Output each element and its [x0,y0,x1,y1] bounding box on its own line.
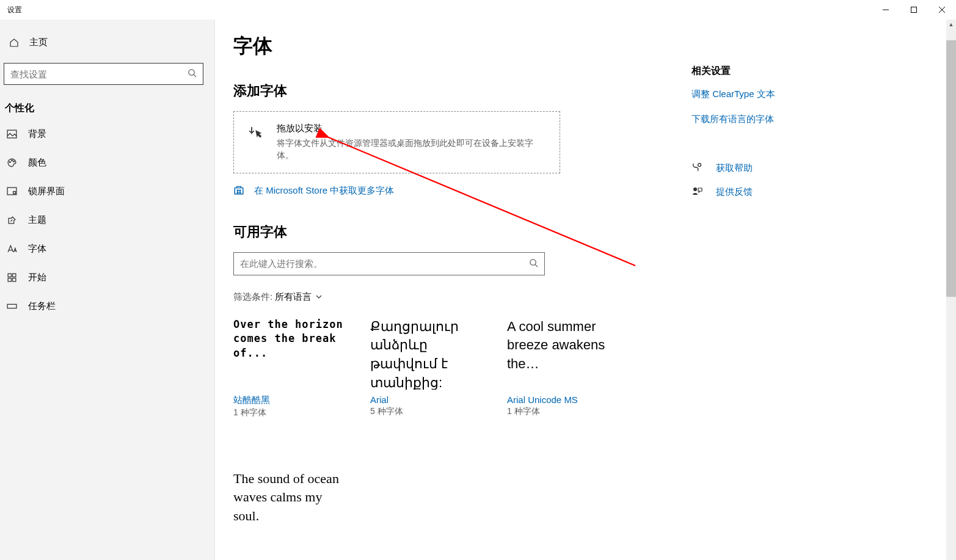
sidebar-item-fonts[interactable]: 字体 [0,235,214,263]
svg-rect-19 [239,189,241,191]
window-title: 设置 [7,5,22,15]
font-sample: The sound of ocean waves calms my soul. [233,470,343,542]
filter-value: 所有语言 [275,291,312,303]
search-icon [188,68,197,79]
sidebar-item-label: 锁屏界面 [28,186,65,197]
titlebar: 设置 [0,0,956,20]
svg-point-22 [530,259,536,264]
font-card[interactable]: A cool summer breeze awakens the… Arial … [507,318,617,418]
sidebar-item-label: 背景 [28,128,46,140]
sidebar: 主页 个性化 背景 颜色 锁屏界面 主题 [0,20,215,560]
main-content: 字体 添加字体 拖放以安装 将字体文件从文件资源管理器或桌面拖放到此处即可在设备… [233,33,685,560]
font-meta: 1 种字体 [507,406,617,417]
palette-icon [5,158,18,168]
scroll-up-icon[interactable]: ▲ [946,20,956,29]
close-button[interactable] [928,0,956,20]
taskbar-icon [5,301,18,311]
available-fonts-heading: 可用字体 [233,223,685,241]
theme-icon [5,215,18,225]
sidebar-item-label: 任务栏 [28,300,56,312]
svg-rect-17 [7,304,16,308]
font-name: Arial Unicode MS [507,395,617,405]
font-meta: 1 种字体 [233,407,343,418]
chevron-down-icon [315,292,323,302]
svg-rect-11 [13,192,15,194]
svg-point-24 [698,164,701,167]
sidebar-item-taskbar[interactable]: 任务栏 [0,292,214,321]
svg-rect-20 [237,191,239,193]
svg-line-5 [194,75,196,77]
get-help-link[interactable]: 获取帮助 [691,162,893,175]
svg-rect-18 [237,189,239,191]
drop-description: 将字体文件从文件资源管理器或桌面拖放到此处即可在设备上安装字体。 [277,137,547,162]
home-button[interactable]: 主页 [0,31,214,54]
filter-dropdown[interactable]: 筛选条件: 所有语言 [233,291,685,303]
feedback-link[interactable]: 提供反馈 [691,186,893,198]
page-title: 字体 [233,33,685,60]
scrollbar[interactable]: ▲ [946,20,956,560]
svg-point-25 [693,187,697,191]
lockscreen-icon [5,186,18,197]
window-controls [872,0,956,20]
minimize-button[interactable] [872,0,900,20]
related-settings-heading: 相关设置 [691,65,893,78]
font-grid: Over the horizon comes the break of... 站… [233,318,685,547]
svg-point-4 [189,70,194,75]
svg-rect-14 [12,274,15,277]
font-icon [5,244,18,254]
font-sample: A cool summer breeze awakens the… [507,318,617,390]
add-fonts-heading: 添加字体 [233,82,685,100]
svg-line-23 [535,264,538,267]
svg-point-9 [13,161,14,162]
search-icon [529,258,538,269]
scrollbar-thumb[interactable] [946,40,956,297]
search-box[interactable] [4,63,203,85]
font-search-box[interactable] [233,252,545,275]
svg-rect-21 [239,191,241,193]
sidebar-item-background[interactable]: 背景 [0,120,214,148]
aside: 相关设置 调整 ClearType 文本 下载所有语言的字体 获取帮助 提供反馈 [685,33,893,560]
search-input[interactable] [10,69,188,79]
help-label: 获取帮助 [716,162,753,174]
start-icon [5,272,18,283]
sidebar-item-colors[interactable]: 颜色 [0,148,214,177]
font-search-input[interactable] [240,258,529,269]
help-icon [691,162,707,175]
sidebar-item-label: 颜色 [28,157,46,169]
sidebar-item-label: 主题 [28,214,46,226]
image-icon [5,129,18,139]
font-name: 站酷酷黑 [233,395,343,406]
sidebar-item-themes[interactable]: 主题 [0,206,214,235]
store-link-text: 在 Microsoft Store 中获取更多字体 [254,185,394,197]
filter-label: 筛选条件: [233,291,272,303]
svg-point-7 [9,162,10,163]
font-sample: Քաղցրալուր անձրևը թափվում է տանիքից: [370,318,480,390]
maximize-button[interactable] [900,0,928,20]
feedback-icon [691,186,707,198]
sidebar-item-start[interactable]: 开始 [0,263,214,292]
svg-rect-15 [8,278,11,282]
download-fonts-link[interactable]: 下载所有语言的字体 [691,114,893,125]
font-card[interactable]: The sound of ocean waves calms my soul. [233,470,343,547]
feedback-label: 提供反馈 [716,186,753,198]
font-card[interactable]: Քաղցրալուր անձրևը թափվում է տանիքից: Ari… [370,318,480,418]
cleartype-link[interactable]: 调整 ClearType 文本 [691,89,893,100]
svg-point-8 [11,160,12,161]
store-link[interactable]: 在 Microsoft Store 中获取更多字体 [233,184,685,197]
home-icon [9,38,20,48]
category-header: 个性化 [0,93,214,120]
home-label: 主页 [29,37,48,48]
font-sample: Over the horizon comes the break of... [233,318,343,390]
svg-rect-1 [911,7,917,13]
drop-zone[interactable]: 拖放以安装 将字体文件从文件资源管理器或桌面拖放到此处即可在设备上安装字体。 [233,111,560,173]
store-icon [233,184,247,197]
svg-rect-16 [12,278,15,282]
sidebar-item-label: 字体 [28,243,46,255]
font-name: Arial [370,395,480,405]
drop-title: 拖放以安装 [277,123,547,134]
svg-line-12 [10,219,12,221]
font-meta: 5 种字体 [370,406,480,417]
sidebar-item-lockscreen[interactable]: 锁屏界面 [0,177,214,206]
font-card[interactable]: Over the horizon comes the break of... 站… [233,318,343,418]
svg-rect-6 [7,130,16,138]
